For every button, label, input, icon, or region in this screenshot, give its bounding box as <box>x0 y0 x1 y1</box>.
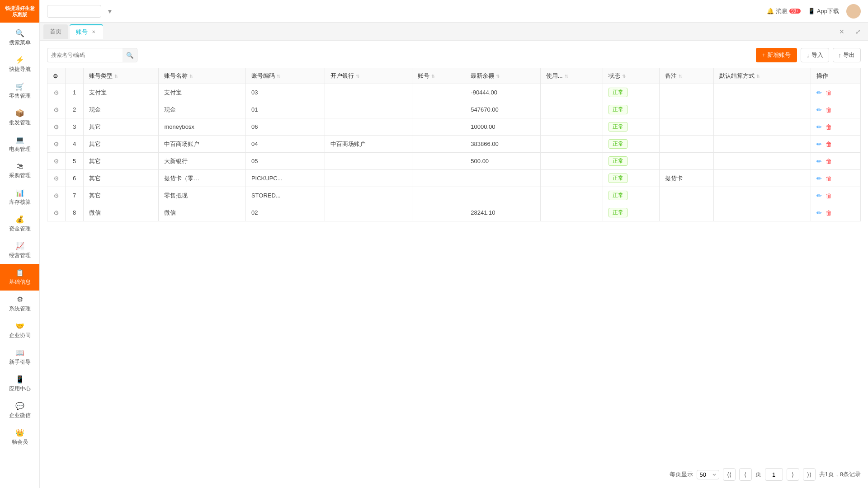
app-download-btn[interactable]: 📱 App下载 <box>808 7 839 15</box>
row-usage-2 <box>540 118 603 136</box>
tab-close-all-button[interactable]: ✕ <box>835 25 848 38</box>
tab-account[interactable]: 账号✕ <box>70 24 103 39</box>
sidebar-item-enterprise-wechat[interactable]: 💬企业微信 <box>0 397 39 424</box>
delete-icon-1[interactable]: 🗑 <box>826 106 832 113</box>
first-page-button[interactable]: ⟨⟨ <box>723 468 736 481</box>
sidebar-item-purchase-mgmt[interactable]: 🛍采购管理 <box>0 158 39 184</box>
page-label: 页 <box>755 470 761 479</box>
export-button[interactable]: ↑ 导出 <box>833 48 861 62</box>
row-num-6: 7 <box>66 187 84 204</box>
edit-icon-1[interactable]: ✏ <box>816 106 822 113</box>
message-btn[interactable]: 🔔 消息 99+ <box>767 7 801 15</box>
import-button[interactable]: ↓ 导入 <box>801 48 829 62</box>
sidebar-item-basic-info[interactable]: 📋基础信息 <box>0 264 39 291</box>
sidebar-label-ecommerce-mgmt: 电商管理 <box>9 145 31 153</box>
sidebar-item-search-menu[interactable]: 🔍搜索菜单 <box>0 24 39 51</box>
status-badge-1: 正常 <box>609 105 627 114</box>
add-account-button[interactable]: + 新增账号 <box>756 48 797 62</box>
row-account-name-6: 零售抵现 <box>159 187 246 204</box>
last-page-button[interactable]: ⟩⟩ <box>803 468 816 481</box>
delete-icon-6[interactable]: 🗑 <box>826 192 832 199</box>
col-header-account_code[interactable]: 账号编码⇅ <box>245 68 325 84</box>
col-header-account_type[interactable]: 账号类型⇅ <box>84 68 159 84</box>
row-status-4: 正常 <box>603 153 659 170</box>
prev-page-button[interactable]: ⟨ <box>739 468 752 481</box>
row-settings-2[interactable]: ⚙ <box>47 118 66 136</box>
sidebar-icon-finance-mgmt: 💰 <box>15 215 24 224</box>
row-account-type-6: 其它 <box>84 187 159 204</box>
edit-icon-2[interactable]: ✏ <box>816 123 822 131</box>
sidebar-item-inventory[interactable]: 📊库存核算 <box>0 184 39 211</box>
row-settings-5[interactable]: ⚙ <box>47 170 66 187</box>
next-page-button[interactable]: ⟩ <box>787 468 799 481</box>
row-num-5: 6 <box>66 170 84 187</box>
row-settings-4[interactable]: ⚙ <box>47 153 66 170</box>
row-status-0: 正常 <box>603 84 659 101</box>
sidebar-nav: 🔍搜索菜单⚡快捷导航🛒零售管理📦批发管理💻电商管理🛍采购管理📊库存核算💰资金管理… <box>0 23 39 488</box>
page-input[interactable] <box>765 468 783 481</box>
page-size-select[interactable]: 50 100 200 <box>697 470 719 479</box>
settings-icon-1: ⚙ <box>53 106 59 113</box>
search-button[interactable]: 🔍 <box>123 48 137 62</box>
sidebar-item-app-center[interactable]: 📱应用中心 <box>0 371 39 397</box>
sidebar-item-ecommerce-mgmt[interactable]: 💻电商管理 <box>0 131 39 158</box>
sidebar-item-finance-mgmt[interactable]: 💰资金管理 <box>0 211 39 237</box>
col-header-usage[interactable]: 使用...⇅ <box>540 68 603 84</box>
sort-icon-account_code: ⇅ <box>277 74 280 79</box>
edit-icon-6[interactable]: ✏ <box>816 192 822 199</box>
row-settings-0[interactable]: ⚙ <box>47 84 66 101</box>
sidebar-icon-enterprise-wechat: 💬 <box>15 402 24 410</box>
row-latest-balance-2: 10000.00 <box>465 118 540 136</box>
dropdown-arrow-icon[interactable]: ▼ <box>107 8 113 15</box>
sidebar-item-vip-member[interactable]: 👑畅会员 <box>0 424 39 450</box>
top-header: ▼ 🔔 消息 99+ 📱 App下载 <box>40 0 868 23</box>
sidebar-item-wholesale-mgmt[interactable]: 📦批发管理 <box>0 104 39 131</box>
sort-icon-latest_balance: ⇅ <box>496 74 500 79</box>
row-usage-0 <box>540 84 603 101</box>
edit-icon-3[interactable]: ✏ <box>816 141 822 148</box>
row-usage-6 <box>540 187 603 204</box>
edit-icon-7[interactable]: ✏ <box>816 209 822 216</box>
tab-home[interactable]: 首页 <box>43 24 68 39</box>
delete-icon-2[interactable]: 🗑 <box>826 123 832 131</box>
sidebar-item-retail-mgmt[interactable]: 🛒零售管理 <box>0 78 39 104</box>
col-header-status[interactable]: 状态⇅ <box>603 68 659 84</box>
delete-icon-3[interactable]: 🗑 <box>826 141 832 148</box>
sort-icon-usage: ⇅ <box>565 74 568 79</box>
row-settings-1[interactable]: ⚙ <box>47 101 66 118</box>
row-default-settlement-0 <box>713 84 811 101</box>
delete-icon-5[interactable]: 🗑 <box>826 175 832 182</box>
col-header-default_settlement[interactable]: 默认结算方式⇅ <box>713 68 811 84</box>
col-header-latest_balance[interactable]: 最新余额⇅ <box>465 68 540 84</box>
export-label: 导出 <box>843 51 855 59</box>
edit-icon-0[interactable]: ✏ <box>816 89 822 96</box>
table-container: ⚙账号类型⇅账号名称⇅账号编码⇅开户银行⇅账号⇅最新余额⇅使用...⇅状态⇅备注… <box>47 68 861 463</box>
tab-close-account[interactable]: ✕ <box>90 29 97 35</box>
sidebar-item-system-mgmt[interactable]: ⚙系统管理 <box>0 291 39 317</box>
row-settings-3[interactable]: ⚙ <box>47 136 66 153</box>
tab-expand-button[interactable]: ⤢ <box>852 25 864 38</box>
row-default-settlement-6 <box>713 187 811 204</box>
col-header-account_no[interactable]: 账号⇅ <box>412 68 465 84</box>
row-settings-6[interactable]: ⚙ <box>47 187 66 204</box>
delete-icon-7[interactable]: 🗑 <box>826 209 832 216</box>
sort-icon-remark: ⇅ <box>679 74 682 79</box>
search-input[interactable] <box>47 52 123 58</box>
sidebar-item-operations-mgmt[interactable]: 📈经营管理 <box>0 237 39 264</box>
delete-icon-4[interactable]: 🗑 <box>826 158 832 165</box>
sidebar-item-quick-nav[interactable]: ⚡快捷导航 <box>0 51 39 78</box>
edit-icon-5[interactable]: ✏ <box>816 175 822 182</box>
sort-icon-status: ⇅ <box>622 74 626 79</box>
user-avatar[interactable] <box>846 4 861 19</box>
settings-icon-2: ⚙ <box>53 123 59 131</box>
row-settings-7[interactable]: ⚙ <box>47 204 66 221</box>
edit-icon-4[interactable]: ✏ <box>816 158 822 165</box>
sidebar-label-retail-mgmt: 零售管理 <box>9 92 31 100</box>
sidebar-item-enterprise-agreement[interactable]: 🤝企业协同 <box>0 317 39 344</box>
top-search-input[interactable] <box>47 5 101 18</box>
col-header-account_name[interactable]: 账号名称⇅ <box>159 68 246 84</box>
sidebar-item-new-guide[interactable]: 📖新手引导 <box>0 344 39 371</box>
delete-icon-0[interactable]: 🗑 <box>826 89 832 96</box>
col-header-open_bank[interactable]: 开户银行⇅ <box>325 68 412 84</box>
col-header-remark[interactable]: 备注⇅ <box>660 68 714 84</box>
